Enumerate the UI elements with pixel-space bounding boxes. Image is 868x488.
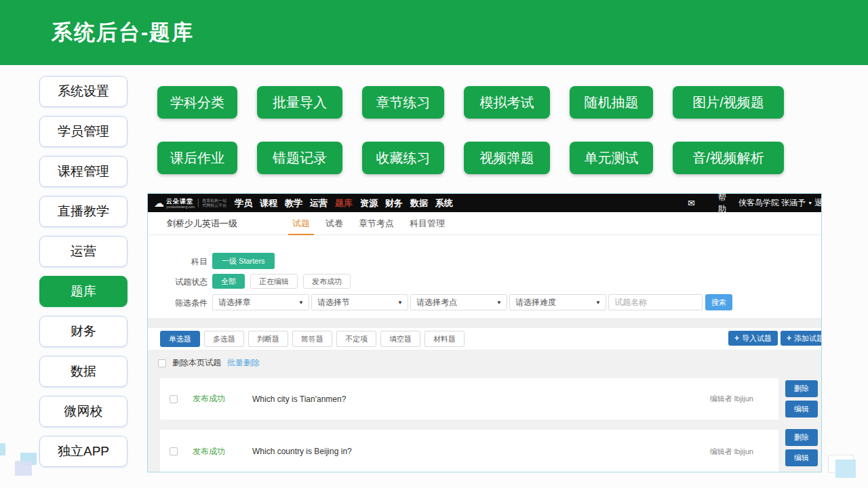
qtype-short-answer[interactable]: 简答题	[292, 331, 332, 347]
delete-row-button[interactable]: 删除	[785, 429, 818, 446]
sidebar-item-operations[interactable]: 运营	[39, 236, 127, 267]
nav-item-resources[interactable]: 资源	[360, 197, 378, 209]
sidebar-item-question-bank[interactable]: 题库	[39, 276, 127, 307]
editor-name: lbjijun	[734, 394, 753, 403]
qtype-single-choice[interactable]: 单选题	[160, 331, 200, 347]
chapter-select-value: 请选择章	[218, 297, 251, 308]
feature-video-popup-questions[interactable]: 视频弹题	[464, 142, 550, 174]
brand-text-block: 云朵课堂 yunduoketang.com	[166, 198, 195, 209]
status-badge: 发布成功	[193, 393, 225, 405]
sidebar: 系统设置 学员管理 课程管理 直播教学 运营 题库 财务 数据 微网校 独立AP…	[39, 76, 127, 467]
feature-mock-exam[interactable]: 模拟考试	[464, 86, 550, 119]
admin-nav-right: ✉ 帮助 侠客岛学院 张涵予 ▼ 退	[688, 194, 822, 212]
status-option-editing[interactable]: 正在编辑	[250, 274, 298, 289]
edit-row-button[interactable]: 编辑	[785, 449, 818, 466]
row-checkbox[interactable]	[170, 395, 178, 403]
question-text: Which country is Beijing in?	[252, 447, 352, 456]
caret-down-icon: ▼	[298, 300, 304, 306]
row-action-buttons: 删除 编辑	[785, 429, 818, 466]
sidebar-item-student-management[interactable]: 学员管理	[39, 116, 127, 147]
sidebar-item-course-management[interactable]: 课程管理	[39, 156, 127, 187]
caret-down-icon: ▼	[595, 300, 601, 306]
status-filter-group: 全部 正在编辑 发布成功	[212, 274, 351, 289]
page-banner: 系统后台-题库	[0, 0, 868, 65]
nav-item-teaching[interactable]: 教学	[285, 197, 302, 209]
feature-chapter-practice[interactable]: 章节练习	[362, 86, 444, 119]
admin-subnav: 剑桥少儿英语一级 试题 试卷 章节考点 科目管理	[148, 212, 821, 235]
messages-icon[interactable]: ✉	[688, 198, 695, 208]
nav-item-finance[interactable]: 财务	[385, 197, 403, 209]
feature-wrong-question-record[interactable]: 错题记录	[257, 142, 342, 174]
sidebar-item-system-settings[interactable]: 系统设置	[39, 76, 127, 107]
editor-name: lbjijun	[734, 447, 753, 455]
help-link[interactable]: 帮助	[718, 193, 726, 215]
sidebar-item-live-teaching[interactable]: 直播教学	[39, 196, 127, 227]
batch-delete-link[interactable]: 批量删除	[227, 357, 260, 369]
logout-link[interactable]: 退	[814, 197, 822, 209]
qtype-fill-blank[interactable]: 填空题	[380, 331, 420, 347]
status-option-published[interactable]: 发布成功	[303, 274, 351, 289]
nav-item-operations[interactable]: 运营	[310, 197, 328, 209]
brand-logo: ☁ 云朵课堂 yunduoketang.com 教育机构一站 式网校云平台	[154, 194, 226, 212]
tab-chapter-points[interactable]: 章节考点	[359, 212, 394, 235]
account-menu[interactable]: 侠客岛学院 张涵予 ▼ 退	[738, 197, 822, 209]
tab-papers[interactable]: 试卷	[326, 212, 343, 235]
editor-label: 编辑者	[710, 394, 732, 403]
difficulty-select-value: 请选择难度	[515, 297, 556, 308]
search-button[interactable]: 搜索	[705, 294, 732, 310]
row-checkbox[interactable]	[170, 447, 178, 455]
import-questions-button[interactable]: + 导入试题	[728, 331, 778, 346]
delete-row-button[interactable]: 删除	[785, 380, 818, 397]
sidebar-item-standalone-app[interactable]: 独立APP	[39, 436, 127, 467]
nav-item-question-bank[interactable]: 题库	[335, 197, 353, 209]
qtype-indefinite[interactable]: 不定项	[336, 331, 376, 347]
caret-down-icon: ▼	[496, 300, 502, 306]
caret-down-icon: ▼	[808, 201, 812, 205]
page-title: 系统后台-题库	[52, 0, 194, 65]
admin-screenshot-panel: ☁ 云朵课堂 yunduoketang.com 教育机构一站 式网校云平台 学员…	[147, 193, 822, 472]
section-select[interactable]: 请选择节 ▼	[311, 294, 408, 310]
feature-subject-classification[interactable]: 学科分类	[157, 86, 237, 119]
sidebar-item-micro-school[interactable]: 微网校	[39, 396, 127, 427]
qtype-true-false[interactable]: 判断题	[248, 331, 288, 347]
subject-level-tag[interactable]: 一级 Starters	[212, 253, 275, 269]
feature-random-questions[interactable]: 随机抽题	[570, 86, 653, 119]
feature-audio-video-analysis[interactable]: 音/视频解析	[673, 142, 784, 174]
tab-questions[interactable]: 试题	[292, 212, 310, 235]
select-all-checkbox[interactable]	[158, 359, 166, 367]
feature-homework[interactable]: 课后作业	[157, 142, 237, 174]
editor-info: 编辑者 lbjijun	[710, 394, 753, 404]
edit-row-button[interactable]: 编辑	[785, 401, 818, 418]
question-type-row: 单选题 多选题 判断题 简答题 不定项 填空题 材料题 + 导入试题 + 添加试…	[148, 328, 821, 350]
feature-image-video-questions[interactable]: 图片/视频题	[673, 86, 784, 119]
nav-item-data[interactable]: 数据	[410, 197, 428, 209]
status-option-all[interactable]: 全部	[212, 274, 245, 289]
nav-item-students[interactable]: 学员	[235, 197, 252, 209]
feature-buttons: 学科分类 批量导入 章节练习 模拟考试 随机抽题 图片/视频题 课后作业 错题记…	[157, 86, 784, 174]
account-name: 侠客岛学院 张涵予	[738, 197, 806, 209]
qtype-material[interactable]: 材料题	[425, 331, 465, 347]
row-action-buttons: 删除 编辑	[785, 380, 818, 418]
status-badge: 发布成功	[193, 446, 225, 458]
nav-item-courses[interactable]: 课程	[260, 197, 277, 209]
sidebar-item-data[interactable]: 数据	[39, 356, 127, 387]
question-name-input[interactable]	[608, 294, 703, 310]
conditions-filter-label: 筛选条件	[168, 298, 208, 309]
nav-item-system[interactable]: 系统	[435, 197, 453, 209]
difficulty-select[interactable]: 请选择难度 ▼	[509, 294, 606, 310]
tab-subject-management[interactable]: 科目管理	[410, 212, 445, 235]
feature-unit-test[interactable]: 单元测试	[570, 142, 653, 174]
feature-favorite-practice[interactable]: 收藏练习	[362, 142, 444, 174]
bulk-delete-row: 删除本页试题 批量删除	[158, 357, 260, 369]
sidebar-item-finance[interactable]: 财务	[39, 316, 127, 347]
add-question-button[interactable]: + 添加试题	[781, 331, 822, 346]
subnav-tabs: 试题 试卷 章节考点 科目管理	[292, 212, 445, 235]
add-question-label: 添加试题	[794, 333, 822, 344]
qtype-multiple-choice[interactable]: 多选题	[204, 331, 244, 347]
feature-batch-import[interactable]: 批量导入	[257, 86, 342, 119]
section-divider	[148, 318, 821, 328]
admin-top-nav: ☁ 云朵课堂 yunduoketang.com 教育机构一站 式网校云平台 学员…	[148, 194, 821, 212]
exam-point-select[interactable]: 请选择考点 ▼	[410, 294, 507, 310]
chapter-select[interactable]: 请选择章 ▼	[212, 294, 309, 310]
section-select-value: 请选择节	[317, 297, 350, 308]
